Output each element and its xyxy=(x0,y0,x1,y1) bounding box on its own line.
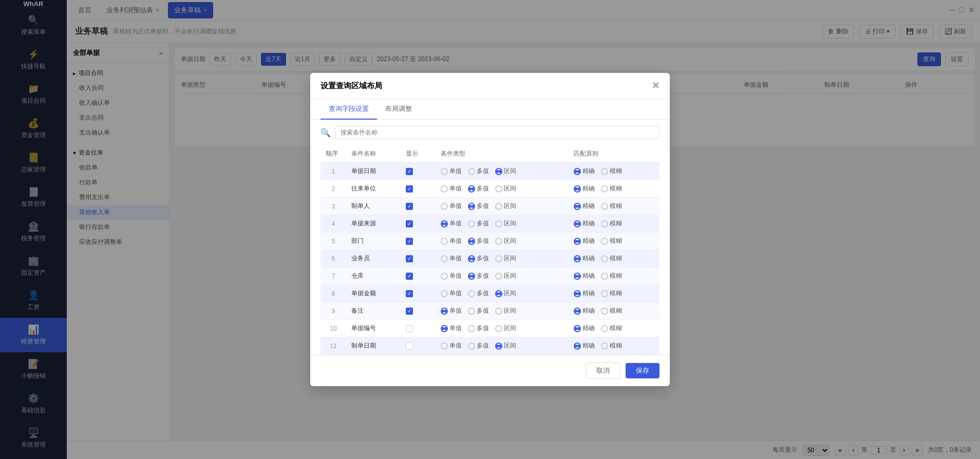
cell-show[interactable]: ✓ xyxy=(401,302,436,320)
radio-multi-2[interactable]: 多值 xyxy=(468,184,489,193)
radio-fuzzy-8[interactable]: 模糊 xyxy=(601,289,622,298)
radio-precise-8[interactable]: 精确 xyxy=(574,289,595,298)
table-header-row: 顺序 条件名称 显示 条件类型 匹配原则 xyxy=(321,145,659,163)
cell-type: 单值 多值 区间 xyxy=(436,163,569,180)
radio-single-10[interactable]: 单值 xyxy=(441,324,462,333)
show-checkbox-5[interactable]: ✓ xyxy=(406,238,413,245)
radio-multi-8[interactable]: 多值 xyxy=(468,289,489,298)
radio-multi-5[interactable]: 多值 xyxy=(468,237,489,245)
radio-precise-2[interactable]: 精确 xyxy=(574,184,595,193)
show-checkbox-3[interactable]: ✓ xyxy=(406,203,413,210)
radio-fuzzy-5[interactable]: 模糊 xyxy=(601,237,622,245)
radio-fuzzy-9[interactable]: 模糊 xyxy=(601,307,622,315)
cell-show[interactable]: ✓ xyxy=(401,233,436,250)
radio-range-8[interactable]: 区间 xyxy=(495,289,516,298)
cell-type: 单值 多值 区间 xyxy=(436,233,569,250)
cell-show[interactable]: ✓ xyxy=(401,180,436,198)
cell-match: 精确 模糊 xyxy=(569,267,659,285)
radio-single-9[interactable]: 单值 xyxy=(441,307,462,315)
modal-table: 顺序 条件名称 显示 条件类型 匹配原则 1 单据日期 ✓ 单值 xyxy=(321,145,659,355)
cancel-button[interactable]: 取消 xyxy=(586,362,620,379)
cell-type: 单值 多值 区间 xyxy=(436,302,569,320)
cell-type: 单值 多值 区间 xyxy=(436,285,569,302)
cell-show[interactable]: ✓ xyxy=(401,267,436,285)
radio-fuzzy-10[interactable]: 模糊 xyxy=(601,324,622,333)
radio-single-3[interactable]: 单值 xyxy=(441,202,462,211)
radio-single-6[interactable]: 单值 xyxy=(441,254,462,263)
radio-single-7[interactable]: 单值 xyxy=(441,272,462,280)
radio-precise-11[interactable]: 精确 xyxy=(574,341,595,350)
cell-order: 8 xyxy=(321,285,346,302)
col-show: 显示 xyxy=(401,145,436,163)
show-checkbox-8[interactable]: ✓ xyxy=(406,290,413,297)
radio-multi-9[interactable]: 多值 xyxy=(468,307,489,315)
cell-show[interactable] xyxy=(401,320,436,337)
radio-single-1[interactable]: 单值 xyxy=(441,167,462,176)
radio-range-3[interactable]: 区间 xyxy=(495,202,516,211)
radio-single-4[interactable]: 单值 xyxy=(441,219,462,228)
cell-type: 单值 多值 区间 xyxy=(436,250,569,267)
radio-single-11[interactable]: 单值 xyxy=(441,341,462,350)
show-checkbox-1[interactable]: ✓ xyxy=(406,168,413,175)
radio-multi-3[interactable]: 多值 xyxy=(468,202,489,211)
radio-precise-6[interactable]: 精确 xyxy=(574,254,595,263)
radio-range-7[interactable]: 区间 xyxy=(495,272,516,280)
cell-show[interactable]: ✓ xyxy=(401,285,436,302)
cell-show[interactable] xyxy=(401,337,436,355)
radio-range-6[interactable]: 区间 xyxy=(495,254,516,263)
show-checkbox-7[interactable]: ✓ xyxy=(406,273,413,280)
cell-match: 精确 模糊 xyxy=(569,233,659,250)
radio-multi-11[interactable]: 多值 xyxy=(468,341,489,350)
radio-precise-1[interactable]: 精确 xyxy=(574,167,595,176)
radio-fuzzy-2[interactable]: 模糊 xyxy=(601,184,622,193)
radio-range-1[interactable]: 区间 xyxy=(495,167,516,176)
radio-single-8[interactable]: 单值 xyxy=(441,289,462,298)
col-type: 条件类型 xyxy=(436,145,569,163)
show-checkbox-2[interactable]: ✓ xyxy=(406,185,413,193)
radio-precise-4[interactable]: 精确 xyxy=(574,219,595,228)
cell-show[interactable]: ✓ xyxy=(401,215,436,233)
cell-name: 制单日期 xyxy=(346,337,401,355)
cell-show[interactable]: ✓ xyxy=(401,198,436,215)
radio-range-9[interactable]: 区间 xyxy=(495,307,516,315)
modal-close-button[interactable]: ✕ xyxy=(652,80,659,91)
radio-range-4[interactable]: 区间 xyxy=(495,219,516,228)
radio-range-10[interactable]: 区间 xyxy=(495,324,516,333)
radio-multi-7[interactable]: 多值 xyxy=(468,272,489,280)
show-checkbox-4[interactable]: ✓ xyxy=(406,220,413,227)
cell-name: 制单人 xyxy=(346,198,401,215)
cell-show[interactable]: ✓ xyxy=(401,163,436,180)
modal-save-button[interactable]: 保存 xyxy=(626,363,659,378)
modal-tab-layout[interactable]: 布局调整 xyxy=(377,99,420,120)
radio-fuzzy-11[interactable]: 模糊 xyxy=(601,341,622,350)
radio-fuzzy-6[interactable]: 模糊 xyxy=(601,254,622,263)
radio-precise-10[interactable]: 精确 xyxy=(574,324,595,333)
modal-tab-query-fields[interactable]: 查询字段设置 xyxy=(321,99,377,120)
radio-multi-4[interactable]: 多值 xyxy=(468,219,489,228)
modal-search-input[interactable] xyxy=(335,126,659,139)
radio-fuzzy-1[interactable]: 模糊 xyxy=(601,167,622,176)
radio-fuzzy-3[interactable]: 模糊 xyxy=(601,202,622,211)
show-checkbox-11[interactable] xyxy=(406,342,413,350)
radio-precise-9[interactable]: 精确 xyxy=(574,307,595,315)
radio-multi-6[interactable]: 多值 xyxy=(468,254,489,263)
radio-single-5[interactable]: 单值 xyxy=(441,237,462,245)
radio-multi-1[interactable]: 多值 xyxy=(468,167,489,176)
radio-multi-10[interactable]: 多值 xyxy=(468,324,489,333)
radio-precise-7[interactable]: 精确 xyxy=(574,272,595,280)
show-checkbox-10[interactable] xyxy=(406,325,413,332)
radio-single-2[interactable]: 单值 xyxy=(441,184,462,193)
cell-match: 精确 模糊 xyxy=(569,198,659,215)
show-checkbox-9[interactable]: ✓ xyxy=(406,308,413,315)
radio-range-5[interactable]: 区间 xyxy=(495,237,516,245)
cell-order: 9 xyxy=(321,302,346,320)
radio-precise-3[interactable]: 精确 xyxy=(574,202,595,211)
show-checkbox-6[interactable]: ✓ xyxy=(406,255,413,262)
radio-fuzzy-7[interactable]: 模糊 xyxy=(601,272,622,280)
radio-range-2[interactable]: 区间 xyxy=(495,184,516,193)
cell-show[interactable]: ✓ xyxy=(401,250,436,267)
radio-range-11[interactable]: 区间 xyxy=(495,341,516,350)
radio-fuzzy-4[interactable]: 模糊 xyxy=(601,219,622,228)
cell-type: 单值 多值 区间 xyxy=(436,320,569,337)
radio-precise-5[interactable]: 精确 xyxy=(574,237,595,245)
